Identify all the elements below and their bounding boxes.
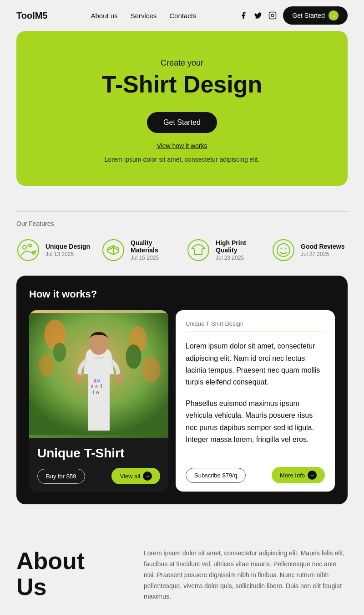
how-left-content: Unique T-Shirt Buy for $59 View all → <box>29 438 168 492</box>
feature-good-reviews-text: Good Reviews Jul 27 2025 <box>301 243 344 257</box>
hero-description: Lorem ipsum dolor sit amet, consectetur … <box>35 156 329 163</box>
hero-card: Create your T-Shirt Design Get Started V… <box>16 31 348 186</box>
svg-text:z: z <box>91 383 94 390</box>
svg-point-10 <box>281 248 282 249</box>
cta-arrow-icon: → <box>329 10 339 20</box>
how-it-works-card: How it works? <box>16 276 348 504</box>
unique-design-icon <box>16 238 40 262</box>
twitter-icon[interactable] <box>254 11 262 20</box>
svg-point-8 <box>273 240 294 261</box>
navbar: ToolM5 About us Services Contacts Get St… <box>0 0 364 31</box>
feature-quality-materials-text: Quality Materials Jul 15 2025 <box>131 239 177 261</box>
feature-high-print: High Print Quality Jul 23 2025 <box>187 238 263 262</box>
svg-point-7 <box>188 240 209 261</box>
more-info-arrow-icon: → <box>308 471 317 480</box>
shirt-title: Unique T-Shirt <box>37 446 160 461</box>
svg-text:i: i <box>93 389 95 395</box>
more-info-button[interactable]: More Info → <box>272 467 325 483</box>
buy-button[interactable]: Buy for $59 <box>37 469 85 484</box>
hero-view-link[interactable]: View how it works <box>35 142 329 149</box>
svg-text:l: l <box>101 383 102 390</box>
features-divider <box>16 211 348 212</box>
svg-point-9 <box>277 244 290 256</box>
svg-text:a: a <box>97 377 100 383</box>
svg-point-27 <box>75 374 82 383</box>
how-grid: g a z e l i o <box>29 310 335 492</box>
svg-rect-0 <box>269 12 276 19</box>
hero-cta-button[interactable]: Get Started <box>147 112 217 133</box>
feature-good-reviews: Good Reviews Jul 27 2025 <box>272 238 348 262</box>
how-title: How it works? <box>29 288 335 300</box>
high-print-quality-icon <box>187 238 210 262</box>
product-image: g a z e l i o <box>29 310 168 438</box>
how-it-works-section: How it works? <box>0 276 364 521</box>
svg-text:o: o <box>96 389 99 395</box>
hero-title: T-Shirt Design <box>35 72 329 97</box>
svg-point-2 <box>18 240 39 261</box>
svg-text:e: e <box>95 383 98 390</box>
about-section: About Us Lorem ipsum dolor sit amet, con… <box>0 521 364 615</box>
hero-subtitle: Create your <box>35 58 329 68</box>
good-reviews-icon <box>272 238 295 262</box>
features-title: Our Features <box>16 220 348 227</box>
about-text: Lorem ipsum dolor sit amet, consectetur … <box>144 548 348 602</box>
svg-point-17 <box>53 343 66 362</box>
right-tag: Unique T-Shirt Design <box>186 320 325 327</box>
feature-quality-materials: Quality Materials Jul 15 2025 <box>101 238 177 262</box>
about-title: About Us <box>16 548 116 600</box>
nav-contacts[interactable]: Contacts <box>169 12 196 20</box>
navbar-cta-button[interactable]: Get Started → <box>283 6 348 25</box>
svg-point-4 <box>29 244 31 247</box>
view-all-button[interactable]: View all → <box>111 468 160 484</box>
feature-high-print-text: High Print Quality Jul 23 2025 <box>216 239 263 261</box>
nav-about[interactable]: About us <box>91 12 117 20</box>
feature-unique-design-text: Unique Design Jul 13 2025 <box>46 243 90 257</box>
facebook-icon[interactable] <box>239 11 248 20</box>
right-paragraph-1: Lorem ipsum dolor sit amet, consectetur … <box>186 340 325 389</box>
how-right-buttons: Subscribe $79/q More Info → <box>186 467 325 483</box>
quality-materials-icon <box>101 238 125 262</box>
svg-point-15 <box>39 354 54 376</box>
feature-unique-design: Unique Design Jul 13 2025 <box>16 238 92 262</box>
how-left-buttons: Buy for $59 View all → <box>37 468 160 484</box>
svg-point-28 <box>115 374 122 383</box>
svg-point-3 <box>23 246 26 249</box>
right-paragraph-2: Phasellus euismod maximus ipsum vehicula… <box>186 398 325 446</box>
svg-point-11 <box>285 248 287 249</box>
subscribe-button[interactable]: Subscribe $79/q <box>186 468 246 483</box>
svg-text:g: g <box>94 377 97 383</box>
instagram-icon[interactable] <box>268 11 277 20</box>
nav-services[interactable]: Services <box>131 12 157 20</box>
social-icons <box>239 11 277 20</box>
nav-links: About us Services Contacts <box>91 12 196 20</box>
svg-point-18 <box>126 344 141 369</box>
product-photo-svg: g a z e l i o <box>29 310 168 438</box>
hero-section: Create your T-Shirt Design Get Started V… <box>0 31 364 202</box>
right-divider <box>186 332 325 332</box>
logo: ToolM5 <box>16 10 48 21</box>
how-left-card: g a z e l i o <box>29 310 168 492</box>
svg-point-16 <box>142 357 161 383</box>
right-body: Lorem ipsum dolor sit amet, consectetur … <box>186 340 325 459</box>
features-section: Our Features Unique Design Jul 13 2025 <box>0 202 364 276</box>
view-all-arrow-icon: → <box>143 472 152 481</box>
how-right-card: Unique T-Shirt Design Lorem ipsum dolor … <box>176 310 335 492</box>
features-grid: Unique Design Jul 13 2025 Quality Materi… <box>16 238 348 262</box>
